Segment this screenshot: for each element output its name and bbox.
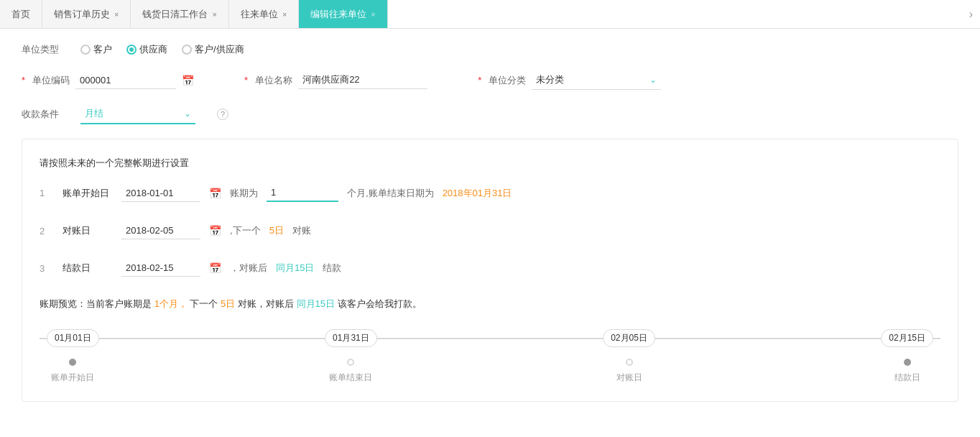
unit-name-field: * 单位名称 [244, 72, 427, 89]
payment-terms-label: 收款条件 [22, 108, 59, 121]
payment-terms-chevron-icon: ⌄ [184, 109, 191, 119]
timeline-point-3: 02月05日 对账日 [603, 329, 655, 384]
period-date-2[interactable] [121, 222, 200, 239]
unit-category-dropdown[interactable]: 未分类 ⌄ [532, 70, 661, 90]
timeline: 01月01日 账单开始日 01月31日 账单结束日 02月05日 对账 [40, 329, 940, 384]
timeline-sub-3: 对账日 [616, 372, 642, 384]
tab-cash-work[interactable]: 钱货日清工作台 × [131, 0, 228, 28]
period-row-1: 1 账单开始日 📅 账期为 个月,账单结束日期为 2018年01月31日 [40, 184, 940, 202]
preview-payment-suffix: 该客户会给我打款。 [338, 298, 422, 309]
unit-category-value: 未分类 [536, 73, 564, 86]
radio-both-label: 客户/供应商 [195, 43, 244, 56]
unit-category-chevron: ⌄ [650, 75, 657, 85]
unit-name-input[interactable] [298, 72, 427, 89]
unit-name-star: * [244, 75, 248, 86]
unit-type-label: 单位类型 [22, 43, 59, 56]
unit-code-input[interactable] [75, 72, 176, 89]
unit-code-star: * [22, 75, 25, 86]
period-reconcile-day: 5日 [269, 224, 284, 237]
tab-cash-work-label: 钱货日清工作台 [142, 8, 208, 21]
period-settings-card: 请按照未来的一个完整帐期进行设置 1 账单开始日 📅 账期为 个月,账单结束日期… [22, 139, 958, 402]
period-calendar-3[interactable]: 📅 [209, 262, 221, 274]
unit-name-label: 单位名称 [255, 74, 292, 87]
tab-nav-more[interactable]: › [962, 0, 980, 28]
page-content: 单位类型 客户 供应商 客户/供应商 * 单位编码 📅 * 单位名称 [0, 29, 980, 437]
period-desc-suffix-2: 对账 [292, 224, 311, 237]
period-desc-suffix-1: 个月,账单结束日期为 [347, 187, 434, 200]
payment-terms-row: 收款条件 月结 ⌄ ? [22, 104, 958, 124]
period-num-3: 3 [40, 263, 54, 274]
unit-category-star: * [478, 75, 481, 86]
period-desc-prefix-1: 账期为 [230, 187, 258, 200]
period-date-3[interactable] [121, 259, 200, 277]
radio-supplier-circle [126, 45, 137, 55]
tab-home[interactable]: 首页 [0, 0, 42, 28]
preview-section: 账期预览：当前客户账期是 1个月， 下一个 5日 对账，对账后 同月15日 该客… [40, 297, 940, 384]
radio-customer-circle [80, 45, 91, 55]
preview-reconcile-prefix: 下一个 [190, 298, 218, 309]
period-calendar-1[interactable]: 📅 [209, 188, 221, 199]
preview-reconcile-highlight: 5日 [221, 298, 235, 309]
tab-sales-order-history[interactable]: 销售订单历史 × [42, 0, 131, 28]
tab-sales-order-close[interactable]: × [114, 10, 119, 19]
radio-supplier-label: 供应商 [139, 43, 167, 56]
timeline-point-2: 01月31日 账单结束日 [325, 329, 377, 384]
preview-text: 账期预览：当前客户账期是 1个月， 下一个 5日 对账，对账后 同月15日 该客… [40, 297, 940, 312]
timeline-date-4: 02月15日 [881, 329, 933, 347]
preview-period: 1个月， [154, 298, 188, 309]
payment-terms-dropdown[interactable]: 月结 ⌄ [80, 104, 195, 124]
period-desc-suffix-3: 结款 [323, 262, 341, 275]
radio-supplier[interactable]: 供应商 [126, 43, 167, 56]
timeline-date-2: 01月31日 [325, 329, 377, 347]
period-desc-prefix-3: ，对账后 [230, 262, 267, 275]
period-num-1: 1 [40, 188, 54, 198]
card-instruction: 请按照未来的一个完整帐期进行设置 [40, 157, 940, 170]
period-months-input[interactable] [267, 184, 338, 202]
period-num-2: 2 [40, 226, 54, 236]
timeline-sub-2: 账单结束日 [329, 372, 372, 384]
timeline-point-1: 01月01日 账单开始日 [47, 329, 99, 384]
unit-type-row: 单位类型 客户 供应商 客户/供应商 [22, 43, 958, 56]
radio-customer-label: 客户 [93, 43, 112, 56]
radio-both[interactable]: 客户/供应商 [182, 43, 244, 56]
timeline-dot-3 [626, 359, 633, 366]
period-calendar-2[interactable]: 📅 [209, 225, 221, 236]
tab-partner-close[interactable]: × [282, 10, 287, 19]
unit-code-icon[interactable]: 📅 [182, 75, 194, 86]
unit-category-label: 单位分类 [489, 74, 526, 87]
timeline-date-3: 02月05日 [603, 329, 655, 347]
unit-code-field: * 单位编码 📅 [22, 72, 194, 89]
preview-label: 账期预览：当前客户账期是 [40, 298, 152, 309]
unit-code-label: 单位编码 [32, 74, 70, 87]
tab-sales-order-label: 销售订单历史 [54, 8, 110, 21]
tab-edit-partner-close[interactable]: × [371, 10, 375, 19]
tab-cash-work-close[interactable]: × [212, 10, 216, 19]
timeline-dot-2 [347, 359, 354, 366]
period-desc-prefix-2: ,下一个 [230, 224, 261, 237]
period-label-1: 账单开始日 [63, 187, 113, 200]
timeline-points: 01月01日 账单开始日 01月31日 账单结束日 02月05日 对账 [40, 329, 940, 384]
preview-payment-highlight: 同月15日 [297, 298, 335, 309]
tab-edit-partner-label: 编辑往来单位 [310, 8, 366, 21]
period-date-1[interactable] [121, 185, 200, 202]
period-label-3: 结款日 [63, 262, 113, 275]
period-row-2: 2 对账日 📅 ,下一个 5日 对账 [40, 222, 940, 239]
unit-type-radio-group: 客户 供应商 客户/供应商 [80, 43, 244, 56]
timeline-point-4: 02月15日 结款日 [881, 329, 933, 384]
period-label-2: 对账日 [63, 224, 113, 237]
help-icon[interactable]: ? [217, 109, 228, 120]
preview-reconcile-suffix: 对账，对账后 [238, 298, 294, 309]
unit-category-field: * 单位分类 未分类 ⌄ [478, 70, 661, 90]
period-payment-day: 同月15日 [276, 262, 314, 275]
period-end-date: 2018年01月31日 [443, 187, 512, 200]
timeline-date-1: 01月01日 [47, 329, 99, 347]
timeline-dot-4 [904, 359, 911, 366]
radio-both-circle [182, 45, 192, 55]
tab-partner-label: 往来单位 [241, 8, 278, 21]
unit-info-row: * 单位编码 📅 * 单位名称 * 单位分类 未分类 ⌄ [22, 70, 958, 90]
tab-edit-partner[interactable]: 编辑往来单位 × [299, 0, 387, 28]
tab-partner[interactable]: 往来单位 × [229, 0, 299, 28]
tab-home-label: 首页 [11, 8, 30, 21]
timeline-dot-1 [69, 359, 76, 366]
radio-customer[interactable]: 客户 [80, 43, 112, 56]
